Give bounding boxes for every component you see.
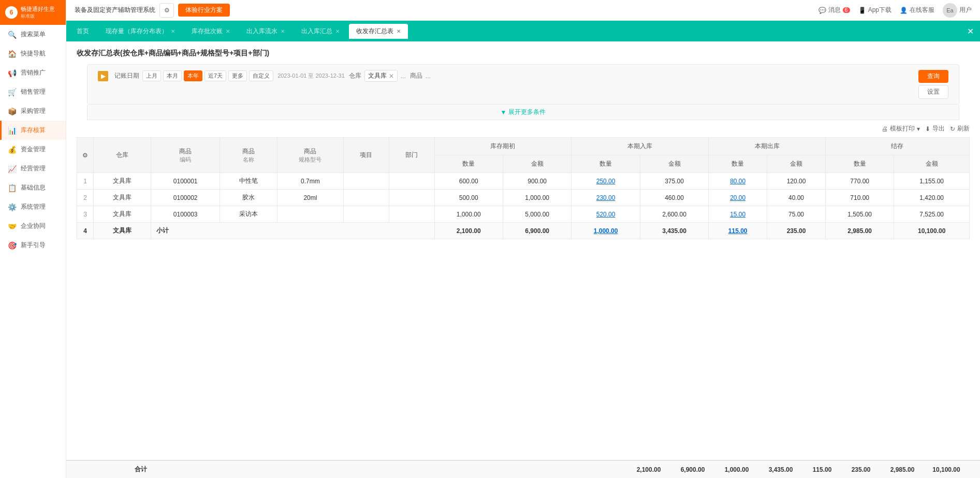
row-3-bal-qty: 1,505.00 bbox=[825, 206, 894, 223]
sidebar-item-guide[interactable]: 🎯 新手引导 bbox=[0, 236, 66, 255]
total-in-amt: 3,435.00 bbox=[757, 466, 804, 473]
sidebar-item-search[interactable]: 🔍 搜索菜单 bbox=[0, 25, 66, 44]
subtotal-out-qty[interactable]: 115.00 bbox=[709, 223, 767, 239]
tab-inout-summary[interactable]: 出入库汇总 ✕ bbox=[294, 24, 347, 39]
row-1-goods-name: 中性笔 bbox=[220, 173, 277, 190]
sidebar-item-finance[interactable]: 💰 资金管理 bbox=[0, 140, 66, 159]
col-bal-qty-header: 数量 bbox=[825, 155, 894, 173]
sidebar-item-inventory[interactable]: 📊 库存核算 bbox=[0, 121, 66, 140]
tab-inventory-dist[interactable]: 现存量（库存分布表） ✕ bbox=[98, 24, 182, 39]
warehouse-tag-close[interactable]: ✕ bbox=[389, 73, 394, 80]
refresh-button[interactable]: ↻ 刷新 bbox=[950, 124, 970, 133]
sidebar-item-business[interactable]: 📈 经营管理 bbox=[0, 159, 66, 178]
expand-more-conditions[interactable]: ▼ 展开更多条件 bbox=[87, 105, 959, 120]
export-button[interactable]: ⬇ 导出 bbox=[925, 124, 945, 133]
row-1-out-qty[interactable]: 80.00 bbox=[709, 173, 767, 190]
system-settings-button[interactable]: ⚙ bbox=[159, 3, 174, 18]
row-1-in-qty[interactable]: 250.00 bbox=[572, 173, 640, 190]
topbar: 装备及固定资产辅助管理系统 ⚙ 体验行业方案 💬 消息 6 📱 App下载 👤 … bbox=[66, 0, 980, 21]
sidebar-item-marketing[interactable]: 📢 营销推广 bbox=[0, 63, 66, 82]
row-3-out-qty[interactable]: 15.00 bbox=[709, 206, 767, 223]
box-icon: 📦 bbox=[8, 107, 17, 115]
close-all-tabs-button[interactable]: ✕ bbox=[963, 26, 978, 36]
home-icon: 🏠 bbox=[8, 50, 17, 58]
tab-home[interactable]: 首页 bbox=[69, 24, 96, 39]
subtotal-num: 4 bbox=[77, 223, 94, 239]
sidebar-item-sales[interactable]: 🛒 销售管理 bbox=[0, 82, 66, 102]
sidebar-item-basic-info[interactable]: 📋 基础信息 bbox=[0, 178, 66, 197]
target-icon: 🎯 bbox=[8, 241, 17, 250]
sidebar-item-quick-nav[interactable]: 🏠 快捷导航 bbox=[0, 44, 66, 63]
trending-icon: 📈 bbox=[8, 165, 17, 173]
col-open-amt-header: 金额 bbox=[503, 155, 571, 173]
warehouse-tag[interactable]: 文具库 ✕ bbox=[364, 70, 398, 82]
row-2-in-qty[interactable]: 230.00 bbox=[572, 190, 640, 206]
total-label-text: 合计 bbox=[135, 465, 628, 474]
subtotal-out-amt: 235.00 bbox=[767, 223, 826, 239]
refresh-icon: ↻ bbox=[950, 125, 955, 133]
tab-recv-send-summary-close[interactable]: ✕ bbox=[397, 28, 401, 34]
goods-more-btn[interactable]: ... bbox=[426, 73, 431, 80]
row-2-num: 2 bbox=[77, 190, 94, 206]
row-2-open-qty: 500.00 bbox=[434, 190, 503, 206]
date-btn-this-month[interactable]: 本月 bbox=[163, 70, 182, 81]
date-btn-custom[interactable]: 自定义 bbox=[249, 70, 273, 81]
sidebar-item-system[interactable]: ⚙️ 系统管理 bbox=[0, 197, 66, 216]
col-settings-icon[interactable]: ⚙ bbox=[77, 138, 94, 173]
user-action[interactable]: Ea 用户 bbox=[943, 3, 972, 18]
warehouse-more-btn[interactable]: ... bbox=[401, 73, 406, 80]
row-3-num: 3 bbox=[77, 206, 94, 223]
main-area: 装备及固定资产辅助管理系统 ⚙ 体验行业方案 💬 消息 6 📱 App下载 👤 … bbox=[66, 0, 980, 478]
filter-expand-button[interactable]: ▶ bbox=[98, 71, 108, 81]
tab-inout-flow-close[interactable]: ✕ bbox=[281, 28, 285, 34]
row-3-in-qty[interactable]: 520.00 bbox=[572, 206, 640, 223]
date-filter-group: 记账日期 上月 本月 本年 近7天 更多 自定义 bbox=[114, 70, 273, 81]
row-1-department bbox=[389, 173, 434, 190]
system-name: 装备及固定资产辅助管理系统 bbox=[75, 6, 155, 15]
row-3-out-amt: 75.00 bbox=[767, 206, 826, 223]
page-content: 收发存汇总表(按仓库+商品编码+商品+规格型号+项目+部门) ▶ 记账日期 上月… bbox=[66, 41, 980, 460]
date-filter-label: 记账日期 bbox=[114, 71, 139, 80]
subtotal-in-qty[interactable]: 1,000.00 bbox=[572, 223, 640, 239]
date-btn-this-year[interactable]: 本年 bbox=[184, 70, 202, 81]
app-download-action[interactable]: 📱 App下载 bbox=[858, 6, 891, 15]
print-chevron-icon: ▾ bbox=[917, 125, 920, 133]
row-1-out-amt: 120.00 bbox=[767, 173, 826, 190]
date-btn-7days[interactable]: 近7天 bbox=[204, 70, 226, 81]
date-btn-more[interactable]: 更多 bbox=[228, 70, 247, 81]
row-1-open-qty: 600.00 bbox=[434, 173, 503, 190]
query-button[interactable]: 查询 bbox=[918, 70, 948, 83]
tab-bar: 首页 现存量（库存分布表） ✕ 库存批次账 ✕ 出入库流水 ✕ 出入库汇总 ✕ … bbox=[66, 21, 980, 41]
template-print-button[interactable]: 🖨 模板打印 ▾ bbox=[882, 124, 920, 133]
row-3-project bbox=[343, 206, 389, 223]
data-table: ⚙ 仓库 商品编码 商品名称 商品规格型号 项目 部门 库存期初 本期入库 本期… bbox=[77, 137, 970, 239]
service-icon: 👤 bbox=[900, 7, 908, 14]
app-title: 畅捷通好生意 bbox=[21, 5, 55, 12]
experience-btn[interactable]: 体验行业方案 bbox=[178, 4, 230, 17]
search-icon: 🔍 bbox=[8, 31, 17, 39]
sidebar-item-sales-label: 销售管理 bbox=[21, 88, 46, 96]
tab-recv-send-summary[interactable]: 收发存汇总表 ✕ bbox=[349, 24, 408, 39]
online-service-action[interactable]: 👤 在线客服 bbox=[900, 6, 934, 15]
col-period-out-header: 本期出库 bbox=[709, 138, 826, 155]
tab-batch-close[interactable]: ✕ bbox=[226, 28, 230, 34]
table-row: 3 文具库 0100003 采访本 1,000.00 5,000.00 520.… bbox=[77, 206, 970, 223]
date-btn-last-month[interactable]: 上月 bbox=[142, 70, 161, 81]
messages-action[interactable]: 💬 消息 6 bbox=[818, 6, 850, 15]
tab-inout-flow[interactable]: 出入库流水 ✕ bbox=[239, 24, 292, 39]
print-icon: 🖨 bbox=[882, 125, 888, 133]
sidebar-item-cooperation[interactable]: 🤝 企业协同 bbox=[0, 216, 66, 236]
expand-more-label: 展开更多条件 bbox=[508, 108, 546, 117]
totals-footer: 合计 2,100.00 6,900.00 1,000.00 3,435.00 1… bbox=[66, 460, 980, 478]
settings-button[interactable]: 设置 bbox=[918, 85, 948, 99]
topbar-left: 装备及固定资产辅助管理系统 ⚙ 体验行业方案 bbox=[75, 3, 812, 18]
sidebar-item-purchase[interactable]: 📦 采购管理 bbox=[0, 102, 66, 121]
tab-inout-summary-close[interactable]: ✕ bbox=[335, 28, 340, 34]
table-toolbar: 🖨 模板打印 ▾ ⬇ 导出 ↻ 刷新 bbox=[66, 120, 980, 137]
sidebar-item-guide-label: 新手引导 bbox=[21, 241, 46, 250]
col-goods-code-header: 商品编码 bbox=[151, 138, 220, 173]
tab-batch[interactable]: 库存批次账 ✕ bbox=[184, 24, 237, 39]
row-2-out-qty[interactable]: 20.00 bbox=[709, 190, 767, 206]
tab-inventory-dist-close[interactable]: ✕ bbox=[171, 28, 175, 34]
row-2-bal-qty: 710.00 bbox=[825, 190, 894, 206]
